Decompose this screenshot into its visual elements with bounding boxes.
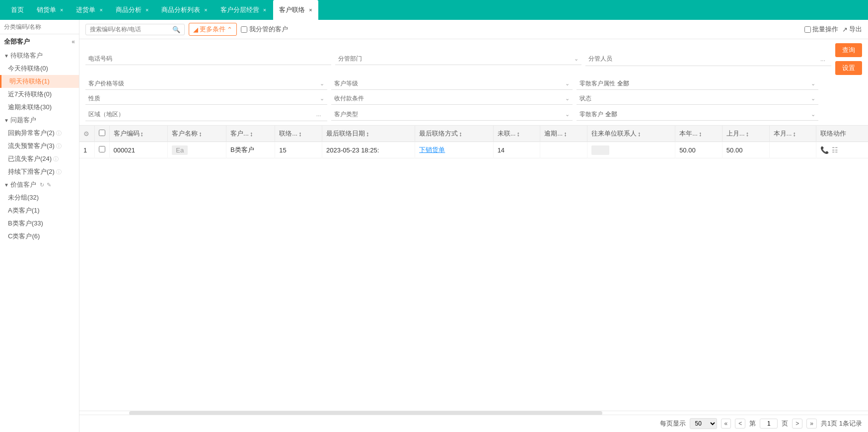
prev-page-btn[interactable]: < bbox=[735, 419, 745, 429]
nav-product-analysis-list-label: 商品分析列表 bbox=[161, 5, 200, 14]
td-last-date: 2023-05-23 18:25: bbox=[322, 142, 415, 158]
row-action-icon-1[interactable]: 📞 bbox=[820, 146, 829, 154]
phone-field: 电话号码 bbox=[85, 53, 331, 65]
retail-attr-field[interactable]: 零散客户属性 全部 ⌄ bbox=[577, 78, 818, 90]
sidebar-item-c-class[interactable]: C类客户(6) bbox=[0, 230, 79, 243]
nav-customer-contact-close[interactable]: × bbox=[309, 7, 312, 13]
nav-sales-order-close[interactable]: × bbox=[60, 7, 63, 13]
nav-sales-order[interactable]: 销货单 × bbox=[31, 0, 69, 20]
phone-input[interactable] bbox=[120, 56, 328, 63]
retail-customer-field[interactable]: 零散客户 全部 ⌄ bbox=[577, 109, 818, 121]
nav-customer-stratify-close[interactable]: × bbox=[263, 7, 266, 13]
sidebar-item-ungrouped[interactable]: 未分组(32) bbox=[0, 191, 79, 204]
next-page-btn[interactable]: > bbox=[792, 419, 802, 429]
status-field[interactable]: 状态 ⌄ bbox=[577, 93, 818, 105]
my-customer-checkbox[interactable] bbox=[241, 26, 247, 33]
td-code: 000021 bbox=[109, 142, 168, 158]
filter-row-4: 区域（地区） ... 客户类型 ⌄ 零散客户 全部 ⌄ bbox=[85, 108, 862, 121]
sidebar-item-a-class[interactable]: A类客户(1) bbox=[0, 204, 79, 217]
nav-home[interactable]: 首页 bbox=[5, 0, 30, 20]
sidebar-item-overdue-contact[interactable]: 逾期未联络(30) bbox=[0, 101, 79, 114]
sidebar-group-value-customers[interactable]: ▼ 价值客户 ↻ ✎ bbox=[0, 178, 79, 191]
nav-customer-contact[interactable]: 客户联络 × bbox=[273, 0, 318, 20]
sort-type[interactable]: 客户... ↕ bbox=[230, 129, 271, 138]
customer-level-field[interactable]: 客户等级 ⌄ bbox=[331, 78, 573, 90]
my-customer-check: 我分管的客户 bbox=[241, 25, 288, 34]
settings-icon[interactable]: ⚙ bbox=[83, 130, 89, 138]
price-level-field[interactable]: 客户价格等级 ⌄ bbox=[85, 78, 327, 90]
today-contact-label: 今天待联络(0) bbox=[8, 64, 48, 73]
sidebar-item-7days-contact[interactable]: 近7天待联络(0) bbox=[0, 88, 79, 101]
row-last-method[interactable]: 下销货单 bbox=[419, 146, 445, 153]
th-no-contact: 未联... ↕ bbox=[493, 126, 540, 142]
sidebar-search-input[interactable] bbox=[4, 23, 78, 30]
row-this-year: 50.00 bbox=[679, 146, 696, 154]
sort-last-date[interactable]: 最后联络日期 ↕ bbox=[326, 129, 411, 138]
nav-customer-stratify-label: 客户分层经营 bbox=[220, 5, 259, 14]
set-btn[interactable]: 设置 bbox=[835, 61, 862, 75]
td-this-month bbox=[769, 142, 816, 158]
page-size-select[interactable]: 50 100 200 bbox=[690, 418, 717, 429]
sort-icon-code: ↕ bbox=[141, 130, 144, 138]
sidebar-item-churn-warning[interactable]: 流失预警客户(3) ⓘ bbox=[0, 140, 79, 152]
more-conditions-btn[interactable]: ◢ 更多条件 ⌃ bbox=[189, 23, 237, 36]
sort-this-month[interactable]: 本月... ↕ bbox=[774, 129, 812, 138]
help-icon-1[interactable]: ⓘ bbox=[56, 130, 62, 137]
sort-contacts[interactable]: 联络... ↕ bbox=[279, 129, 318, 138]
main-search-input[interactable] bbox=[90, 26, 170, 33]
row-checkbox[interactable] bbox=[99, 146, 105, 152]
sidebar-item-b-class[interactable]: B类客户(33) bbox=[0, 217, 79, 230]
last-page-btn[interactable]: » bbox=[806, 419, 817, 429]
query-btn[interactable]: 查询 bbox=[835, 43, 862, 57]
sort-contact-person[interactable]: 往来单位联系人 ↕ bbox=[591, 129, 671, 138]
sort-last-month[interactable]: 上月... ↕ bbox=[726, 129, 765, 138]
sort-no-contact[interactable]: 未联... ↕ bbox=[498, 129, 536, 138]
sidebar-item-abnormal-repurchase[interactable]: 回购异常客户(2) ⓘ bbox=[0, 127, 79, 140]
export-icon: ↗ bbox=[842, 26, 848, 33]
nav-product-analysis-close[interactable]: × bbox=[145, 7, 148, 13]
sidebar-all-customers[interactable]: 全部客户 « bbox=[0, 34, 79, 49]
sidebar-group-problem-customers[interactable]: ▼ 问题客户 bbox=[0, 114, 79, 127]
manager-dots-btn[interactable]: ... bbox=[817, 54, 828, 64]
filter-row-2: 客户价格等级 ⌄ 客户等级 ⌄ 零散客户属性 全部 ⌄ bbox=[85, 78, 862, 90]
row-action-icon-2[interactable]: ☷ bbox=[832, 146, 838, 154]
sort-this-year[interactable]: 本年... ↕ bbox=[679, 129, 718, 138]
main-search-icon[interactable]: 🔍 bbox=[172, 26, 180, 33]
td-name: Ea bbox=[168, 142, 226, 158]
batch-op-btn[interactable]: 批量操作 bbox=[804, 25, 838, 34]
nav-customer-stratify[interactable]: 客户分层经营 × bbox=[215, 0, 272, 20]
nav-product-analysis-list-close[interactable]: × bbox=[204, 7, 207, 13]
nav-product-analysis-list[interactable]: 商品分析列表 × bbox=[155, 0, 213, 20]
customer-type-field[interactable]: 客户类型 ⌄ bbox=[331, 109, 573, 121]
select-all-checkbox[interactable] bbox=[99, 130, 105, 136]
sidebar-item-today-contact[interactable]: 今天待联络(0) bbox=[0, 62, 79, 75]
sidebar-item-tomorrow-contact[interactable]: 明天待联络(1) bbox=[0, 75, 79, 88]
sidebar-item-declining[interactable]: 持续下滑客户(2) ⓘ bbox=[0, 165, 79, 178]
page-input[interactable] bbox=[760, 419, 778, 429]
sort-name[interactable]: 客户名称 ↕ bbox=[172, 129, 222, 138]
help-icon-4[interactable]: ⓘ bbox=[56, 168, 62, 176]
nature-field[interactable]: 性质 ⌄ bbox=[85, 93, 327, 105]
payment-field[interactable]: 收付款条件 ⌄ bbox=[331, 93, 573, 105]
region-dots-btn[interactable]: ... bbox=[313, 109, 324, 119]
value-edit-icon[interactable]: ✎ bbox=[47, 182, 51, 188]
nav-purchase-order[interactable]: 进货单 × bbox=[70, 0, 108, 20]
sidebar: 🔍 全部客户 « ▼ 待联络客户 今天待联络(0) 明天待联络(1) 近7天待联… bbox=[0, 20, 79, 432]
nav-purchase-order-close[interactable]: × bbox=[99, 7, 102, 13]
batch-op-checkbox[interactable] bbox=[804, 26, 811, 33]
horizontal-scrollbar[interactable] bbox=[79, 411, 868, 415]
status-arrow: ⌄ bbox=[811, 95, 815, 102]
dept-field[interactable]: 分管部门 ⌄ bbox=[335, 53, 581, 65]
sort-overdue[interactable]: 逾期... ↕ bbox=[544, 129, 583, 138]
sort-code[interactable]: 客户编码 ↕ bbox=[114, 129, 164, 138]
value-refresh-icon[interactable]: ↻ bbox=[40, 182, 44, 188]
export-btn[interactable]: ↗ 导出 bbox=[842, 25, 862, 34]
sidebar-item-churned[interactable]: 已流失客户(24) ⓘ bbox=[0, 152, 79, 165]
nav-product-analysis[interactable]: 商品分析 × bbox=[110, 0, 154, 20]
sort-last-method[interactable]: 最后联络方式 ↕ bbox=[419, 129, 489, 138]
th-contact-person: 往来单位联系人 ↕ bbox=[587, 126, 675, 142]
sidebar-group-pending-contact[interactable]: ▼ 待联络客户 bbox=[0, 49, 79, 62]
first-page-btn[interactable]: « bbox=[721, 419, 731, 429]
help-icon-3[interactable]: ⓘ bbox=[53, 155, 59, 163]
help-icon-2[interactable]: ⓘ bbox=[56, 143, 62, 150]
